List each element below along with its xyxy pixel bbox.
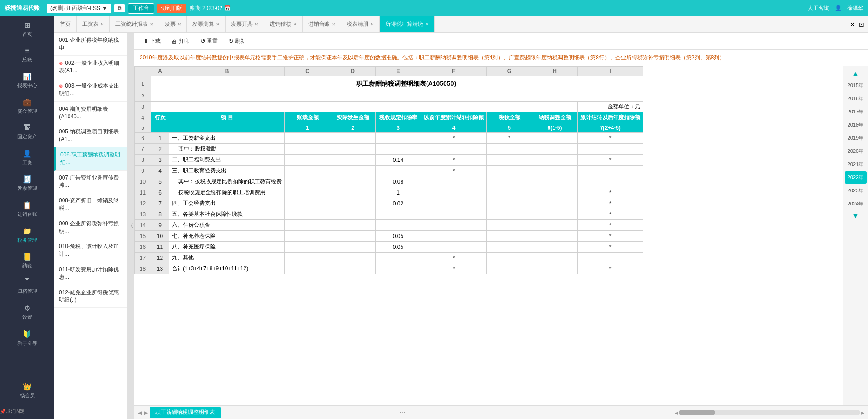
tab-income-tax[interactable]: 所得税汇算清缴 ✕ [380,16,435,33]
tab-close-invoice-calc[interactable]: ✕ [216,22,220,27]
sidebar-item-accounting[interactable]: 📒 结账 [0,248,54,274]
scroll-thumb[interactable] [679,410,715,415]
sidebar-item-member[interactable]: 👑 畅会员 [0,378,54,404]
col-header-e: E [376,67,421,76]
tab-sales-ledger[interactable]: 进销台账 ✕ [303,16,341,33]
sidebar-item-asset-mgmt[interactable]: 💼 资金管理 [0,93,54,119]
sub-sidebar-item-009[interactable]: 009-企业所得税弥补亏损明... [54,216,127,239]
year-nav-2024[interactable]: 2024年 [845,198,867,210]
spreadsheet-table: A B C D E F G H I [134,66,643,274]
sub-sidebar-item-005[interactable]: 005-纳税调整项目明细表(A1... [54,124,127,147]
tab-sales-check[interactable]: 进销稽核 ✕ [264,16,303,33]
sub-sidebar-item-004[interactable]: 004-期间费用明细表(A1040... [54,102,127,125]
sidebar-collapse-toggle[interactable]: 《 [127,33,134,419]
scroll-right-icon[interactable]: ▸ [861,409,864,416]
year-nav-2015[interactable]: 2015年 [845,79,867,92]
cancel-fixed-button[interactable]: 📌 取消固定 [0,404,54,419]
sidebar-item-archive[interactable]: 🗄 归档管理 [0,274,54,299]
tab-invoice-calc[interactable]: 发票测算 ✕ [187,16,226,33]
tab-close-income-tax[interactable]: ✕ [425,22,429,27]
year-nav-up[interactable]: ▲ [851,68,861,79]
sheet-tab-actions: ⋯ [399,409,406,416]
tab-home[interactable]: 首页 [54,16,77,33]
sidebar-label-fixed-assets: 固定资产 [17,133,37,140]
sub-sidebar-item-011[interactable]: 011-研发费用加计扣除优惠... [54,262,127,285]
maximize-icon[interactable]: ⊡ [859,21,864,28]
tab-payroll[interactable]: 工资表 ✕ [77,16,110,33]
sheet-nav-left[interactable]: ◂ [138,408,142,418]
print-button[interactable]: 🖨 打印 [168,35,193,47]
year-nav-2019[interactable]: 2019年 [845,132,867,144]
tab-tax-clearance[interactable]: 税表清册 ✕ [341,16,380,33]
sidebar-item-payroll[interactable]: 👤 工资 [0,145,54,171]
switch-period-button[interactable]: 切到旧版 [157,4,186,13]
tab-close-tax-clearance[interactable]: ✕ [370,22,374,27]
sub-sidebar: 001-企业所得税年度纳税申... ⊗ 002-一般企业收入明细表(A1... … [54,33,127,419]
home-icon: ⊞ [25,21,30,29]
sub-sidebar-item-001[interactable]: 001-企业所得税年度纳税申... [54,33,127,56]
year-nav-2018[interactable]: 2018年 [845,119,867,131]
table-unit: 金额单位：元 [578,102,643,112]
sub-sidebar-item-006[interactable]: 006-职工薪酬纳税调整明细... [54,147,127,171]
copy-button[interactable]: ⧉ [114,4,125,12]
sheet-nav-right[interactable]: ▸ [144,408,148,418]
scroll-left-icon[interactable]: ◂ [675,409,678,416]
sidebar-label-archive: 归档管理 [17,288,37,295]
sheet-more-icon[interactable]: ⋯ [399,409,406,416]
year-nav-2022[interactable]: 2022年 [845,171,867,184]
col-header-a: A [151,67,169,76]
reset-button[interactable]: ↺ 重置 [197,35,221,47]
user-avatar[interactable]: 👤 [835,5,842,11]
sub-sidebar-item-012[interactable]: 012-减免企业所得税优惠明细(..) [54,285,127,308]
year-nav-2020[interactable]: 2020年 [845,145,867,157]
sidebar-item-ledger[interactable]: ≡ 总账 [0,42,54,68]
year-nav-2021[interactable]: 2021年 [845,158,867,171]
year-nav-down[interactable]: ▼ [851,210,861,221]
close-all-tabs-icon[interactable]: ✕ [850,21,855,28]
company-selector[interactable]: (勿删) 江西毅宝-LSS ▼ [47,4,111,13]
year-nav-2016[interactable]: 2016年 [845,93,867,105]
error-dot-003: ⊗ [59,83,63,88]
table-row: 8 3 二、职工福利费支出 0.14 * [135,155,643,166]
tab-close-sales-check[interactable]: ✕ [293,22,297,27]
tab-close-payroll[interactable]: ✕ [100,22,104,27]
service-button[interactable]: 人工客询 [808,5,829,12]
sidebar-item-tax-mgmt[interactable]: 📁 税务管理 [0,222,54,248]
top-bar-right: 人工客询 👤 徐泽华 [808,5,863,12]
tab-close-invoice-open[interactable]: ✕ [255,22,258,27]
sidebar-item-invoice-mgmt[interactable]: 🧾 发票管理 [0,171,54,196]
tab-close-sales-ledger[interactable]: ✕ [332,22,335,27]
tab-payroll-stats[interactable]: 工资统计报表 ✕ [110,16,159,33]
sidebar: ⊞ 首页 ≡ 总账 📊 报表中心 💼 资金管理 🏗 固定资产 👤 工资 [0,16,54,419]
download-button[interactable]: ⬇ 下载 [140,35,164,47]
year-nav-2017[interactable]: 2017年 [845,106,867,118]
sub-sidebar-item-007[interactable]: 007-广告费和业务宣传费摊... [54,171,127,194]
sub-sidebar-item-003[interactable]: ⊗ 003-一般企业成本支出明细... [54,78,127,102]
sidebar-label-asset-mgmt: 资金管理 [17,108,37,115]
horizontal-scrollbar[interactable] [679,410,860,415]
refresh-button[interactable]: ↻ 刷新 [225,35,250,47]
sidebar-item-settings[interactable]: ⚙ 设置 [0,299,54,325]
tab-invoice[interactable]: 发票 ✕ [159,16,187,33]
table-row: 13 8 五、各类基本社会保障性缴款 [135,209,643,220]
sub-sidebar-item-002[interactable]: ⊗ 002-一般企业收入明细表(A1... [54,56,127,79]
tab-invoice-open[interactable]: 发票开具 ✕ [226,16,264,33]
user-name[interactable]: 徐泽华 [847,5,863,12]
sidebar-item-reports[interactable]: 📊 报表中心 [0,68,54,93]
sub-sidebar-item-010[interactable]: 010-免税、减计收入及加计... [54,239,127,262]
tab-close-payroll-stats[interactable]: ✕ [150,22,153,27]
content-toolbar: ⬇ 下载 🖨 打印 ↺ 重置 ↻ 刷新 [134,33,868,50]
table-area[interactable]: A B C D E F G H I [134,66,843,405]
year-nav-2023[interactable]: 2023年 [845,185,867,197]
sidebar-item-sales-mgmt[interactable]: 📋 进销台账 [0,196,54,222]
col-header-d: D [330,67,376,76]
sidebar-item-new-guide[interactable]: 🔰 新手引导 [0,325,54,351]
sidebar-item-home[interactable]: ⊞ 首页 [0,16,54,42]
app-container: 畅捷通易代账 (勿删) 江西毅宝-LSS ▼ ⧉ 工作台 切到旧版 账期 202… [0,0,868,419]
sub-sidebar-item-008[interactable]: 008-资产折旧、摊销及纳税... [54,193,127,216]
workbench-button[interactable]: 工作台 [128,3,154,14]
sidebar-item-fixed-assets[interactable]: 🏗 固定资产 [0,119,54,145]
tab-close-invoice[interactable]: ✕ [177,22,181,27]
calendar-icon[interactable]: 📅 [224,5,231,11]
sheet-tab-wage-tax[interactable]: 职工薪酬纳税调整明细表 [150,407,221,418]
